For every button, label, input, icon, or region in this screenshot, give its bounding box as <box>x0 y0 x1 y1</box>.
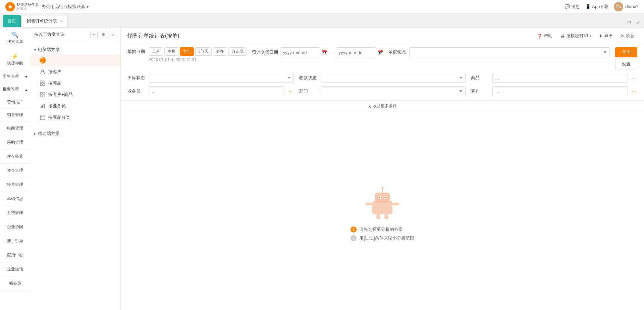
scheme-item-by-goods-category[interactable]: 按商品分类 <box>30 112 120 123</box>
sidebar-item-marketing[interactable]: 营销推广 <box>0 96 30 109</box>
expected-date-start-wrap: 📅 <box>280 47 327 57</box>
svg-rect-5 <box>40 84 42 86</box>
status-label: 单据状态 <box>388 49 407 55</box>
date-this-year-btn[interactable]: 本年 <box>180 47 194 56</box>
sidebar-item-finance[interactable]: 资金管理 <box>0 164 30 178</box>
tab-restore-icon[interactable]: ⊡ <box>626 19 633 26</box>
svg-point-2 <box>42 70 44 72</box>
sidebar-item-ecommerce[interactable]: 电商管理 <box>0 121 30 136</box>
message-icon: 💬 <box>565 4 570 9</box>
sidebar-item-search[interactable]: 🔍 搜索菜单 <box>0 28 30 49</box>
dept-filter-cell: 部门 <box>299 86 466 96</box>
user-area[interactable]: Ea demo2 <box>614 2 639 11</box>
payment-select[interactable] <box>321 73 466 83</box>
tab-close-icon[interactable]: × <box>60 19 63 23</box>
sidebar-item-retail[interactable]: 零售管理 ▾ <box>0 70 30 83</box>
logo-icon: 畅 <box>5 2 15 11</box>
customer-filter-cell: 客户 ··· <box>471 86 637 96</box>
goods-input[interactable] <box>492 73 628 83</box>
svg-rect-3 <box>40 81 42 83</box>
date-range-display: 2023-01-01 至 2023-12-31 <box>127 57 247 63</box>
help-button[interactable]: ❓ 帮助 <box>534 32 555 40</box>
goods-more-icon[interactable]: ··· <box>631 75 637 81</box>
dept-label: 部门 <box>299 88 318 94</box>
customer-more-icon[interactable]: ··· <box>631 89 637 94</box>
calendar-end-icon[interactable]: 📅 <box>377 50 383 55</box>
export-button[interactable]: ⬇ 导出 <box>596 32 615 40</box>
svg-rect-25 <box>376 214 380 219</box>
svg-rect-9 <box>40 95 42 97</box>
calendar-start-icon[interactable]: 📅 <box>322 50 327 55</box>
collapse-panel-button[interactable]: « <box>109 31 116 38</box>
sidebar-item-newuser[interactable]: 新手引导 <box>0 234 30 248</box>
svg-rect-8 <box>43 92 45 94</box>
grid-icon <box>40 80 46 86</box>
mobile-scheme-header[interactable]: ▸ 移动端方案 <box>30 128 120 139</box>
staff-more-icon[interactable]: ··· <box>287 89 294 94</box>
date-quick-buttons: 上月 本月 本年 近7天 更多 自定义 <box>149 47 247 56</box>
tab-sales-stat[interactable]: 销售订单统计表 × <box>21 15 68 27</box>
query-button[interactable]: 查询 <box>615 47 637 57</box>
goods-filter-cell: 商品 ··· <box>471 73 637 83</box>
expected-date-group: 预计交货日期 📅 — 📅 <box>252 47 383 57</box>
pc-scheme-header[interactable]: ▾ 电脑端方案 <box>30 45 120 55</box>
sidebar-item-inventory[interactable]: 库存核算 <box>0 150 30 164</box>
sidebar-item-enterprise[interactable]: 企业协同 <box>0 220 30 234</box>
sidebar-item-basic[interactable]: 基础信息 <box>0 192 30 206</box>
scheme-item-by-goods[interactable]: 按商品 <box>30 78 120 89</box>
sidebar-item-member[interactable]: 畅会员 <box>0 276 30 291</box>
delivery-filter-cell: 出库状态 <box>127 73 294 83</box>
sidebar-item-purchase[interactable]: 采购管理 <box>0 136 30 150</box>
sidebar-item-wholesale[interactable]: 批发管理 ▴ <box>0 83 30 96</box>
print-dropdown-icon: ▾ <box>589 34 591 38</box>
svg-point-22 <box>384 197 386 198</box>
svg-rect-23 <box>366 203 372 205</box>
sidebar-item-system[interactable]: 系统管理 <box>0 206 30 220</box>
collapse-chevron-icon: ∧ <box>368 104 371 109</box>
mobile-scheme-section: ▸ 移动端方案 <box>30 126 120 141</box>
svg-rect-13 <box>44 104 45 108</box>
left-panel: 按以下方案查询 + ⚙ « ▾ <box>30 28 121 310</box>
delivery-select[interactable] <box>149 73 294 83</box>
sidebar: 🔍 搜索菜单 ⚡ 快捷导航 零售管理 ▾ 批发管理 ▴ 营销推广 销售管理 电商… <box>0 28 30 310</box>
message-button[interactable]: 💬 消息 <box>565 4 580 10</box>
sidebar-item-sales[interactable]: 销售管理 <box>0 109 30 121</box>
status-select[interactable] <box>409 47 610 57</box>
customer-label: 客户 <box>471 88 490 94</box>
expected-date-start-input[interactable] <box>280 47 320 57</box>
date-last7-btn[interactable]: 近7天 <box>195 47 212 56</box>
tab-home[interactable]: 首页 <box>3 15 21 27</box>
add-scheme-button[interactable]: + <box>90 31 98 38</box>
staff-input[interactable] <box>149 86 284 96</box>
sidebar-item-operations[interactable]: 经营管理 <box>0 178 30 192</box>
app-download-button[interactable]: 📱 App下载 <box>585 4 608 10</box>
date-last-month-btn[interactable]: 上月 <box>149 47 163 56</box>
sidebar-item-appcenter[interactable]: 应用中心 <box>0 248 30 262</box>
customer-input[interactable] <box>492 86 628 96</box>
svg-point-21 <box>379 197 380 198</box>
left-panel-icons: + ⚙ « <box>90 31 116 38</box>
scheme-item-by-customer-goods[interactable]: 按客户+商品 <box>30 89 120 100</box>
refresh-icon: ↻ <box>621 34 625 39</box>
scheme-settings-button[interactable]: ⚙ <box>100 31 107 38</box>
scheme-item-by-customer[interactable]: 按客户 <box>30 66 120 78</box>
sidebar-item-wechat[interactable]: 企业微信 <box>0 262 30 276</box>
print-button[interactable]: 🖨 按模板打印 ▾ <box>558 32 594 40</box>
date-more-btn[interactable]: 更多 <box>213 47 227 56</box>
page-body: 按以下方案查询 + ⚙ « ▾ <box>30 28 644 310</box>
date-custom-btn[interactable]: 自定义 <box>228 47 247 56</box>
collapse-button[interactable]: ∧ 收起更多条件 <box>368 103 397 109</box>
tab-maximize-icon[interactable]: ⤢ <box>635 19 641 26</box>
app-name: 畅捷通好生意 标准版 <box>17 2 39 11</box>
scheme-item-by-staff[interactable]: 按业务员 <box>30 100 120 112</box>
expected-date-label: 预计交货日期 <box>252 49 278 55</box>
refresh-button[interactable]: ↻ 刷新 <box>618 32 637 40</box>
download-icon: 📱 <box>585 4 591 9</box>
date-this-month-btn[interactable]: 本月 <box>164 47 178 56</box>
expected-date-end-input[interactable] <box>336 47 376 57</box>
settings-button[interactable]: 设置 <box>615 59 637 69</box>
print-icon: 🖨 <box>560 34 565 39</box>
sidebar-item-quicknav[interactable]: ⚡ 快捷导航 <box>0 49 30 70</box>
dept-select[interactable] <box>321 86 466 96</box>
scheme-item-by-order[interactable]: 按单 <box>30 55 120 66</box>
